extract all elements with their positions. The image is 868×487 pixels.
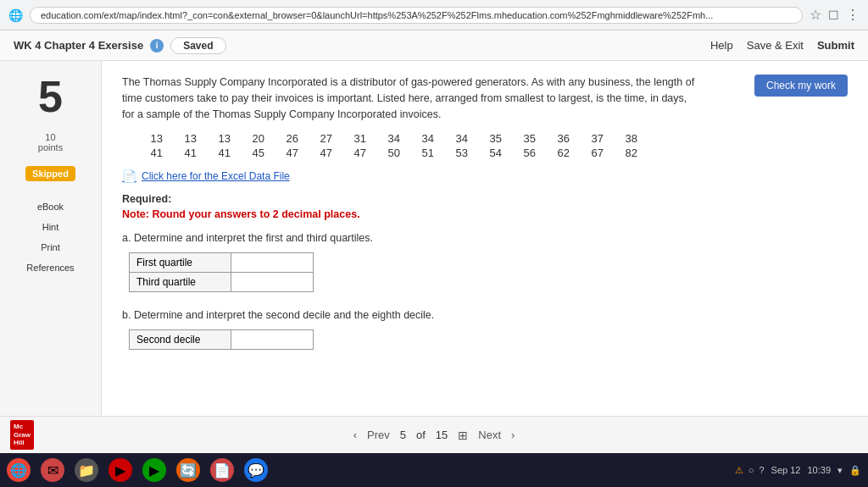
tab-icon[interactable]: ☐ [828, 8, 839, 22]
top-nav-left: WK 4 Chapter 4 Exersise i Saved [14, 37, 226, 54]
data-cell: 31 [346, 132, 366, 145]
third-quartile-input-cell[interactable] [231, 273, 314, 292]
wifi-icon: ▾ [837, 465, 843, 476]
main-area: 5 10 points Skipped eBook Hint Print Ref… [0, 61, 868, 416]
taskbar-play-icon[interactable]: ▶ [142, 458, 166, 482]
taskbar-chat-icon[interactable]: 💬 [244, 458, 268, 482]
points-info: 10 points [38, 132, 63, 152]
taskbar-left: 🌐 ✉ 📁 ▶ ▶ 🔄 📄 💬 [7, 458, 268, 482]
data-cell: 53 [448, 147, 468, 159]
second-decile-input[interactable] [238, 334, 306, 346]
hint-link[interactable]: Hint [42, 222, 59, 232]
saved-badge: Saved [170, 37, 225, 54]
question-number: 5 [38, 75, 63, 119]
data-cell: 13 [176, 132, 197, 145]
url-bar[interactable]: education.com/ext/map/index.html?_con=co… [30, 7, 803, 24]
taskbar-office-icon[interactable]: 📄 [210, 458, 234, 482]
logo-line2: Graw [14, 431, 31, 440]
data-cell: 82 [617, 147, 637, 159]
data-cell: 34 [448, 132, 468, 145]
page-title: WK 4 Chapter 4 Exersise [14, 39, 143, 52]
taskbar-right: ⚠ ○ ? Sep 12 10:39 ▾ 🔒 [735, 465, 861, 476]
check-my-work-button[interactable]: Check my work [754, 75, 848, 97]
third-quartile-label: Third quartile [130, 273, 231, 292]
browser-bar: 🌐 education.com/ext/map/index.html?_con=… [0, 0, 868, 30]
data-cell: 37 [583, 132, 604, 145]
decile-input-table: Second decile [129, 329, 314, 350]
star-icon[interactable]: ☆ [810, 7, 821, 23]
data-cell: 27 [312, 132, 332, 145]
part-b-section: b. Determine and interpret the second de… [122, 309, 848, 350]
references-link[interactable]: References [26, 263, 74, 273]
ebook-link[interactable]: eBook [37, 202, 64, 212]
data-cell: 54 [481, 147, 502, 159]
excel-link-text: Click here for the Excel Data File [142, 170, 290, 182]
left-sidebar: 5 10 points Skipped eBook Hint Print Ref… [0, 61, 102, 416]
taskbar-date: Sep 12 [771, 465, 801, 475]
data-cell: 47 [346, 147, 366, 159]
first-quartile-input-cell[interactable] [231, 253, 314, 273]
excel-icon: 📄 [122, 169, 136, 183]
pagination-nav: ‹ Prev 5 of 15 ⊞ Next › [353, 429, 515, 442]
help-link[interactable]: Help [710, 39, 733, 52]
grid-icon[interactable]: ⊞ [458, 429, 468, 442]
data-cell: 13 [142, 132, 163, 145]
browser-favicon: 🌐 [8, 8, 23, 22]
second-decile-input-cell[interactable] [231, 330, 314, 350]
data-cell: 45 [244, 147, 264, 159]
data-cell: 50 [380, 147, 400, 159]
page-total: 15 [436, 429, 448, 441]
data-cell: 13 [210, 132, 231, 145]
info-icon[interactable]: i [150, 39, 164, 53]
second-decile-row: Second decile [130, 330, 314, 350]
taskbar-time: 10:39 [807, 465, 831, 475]
data-cell: 26 [278, 132, 298, 145]
prev-button[interactable]: Prev [367, 429, 390, 441]
data-cell: 35 [481, 132, 502, 145]
data-cell: 38 [617, 132, 637, 145]
data-cell: 67 [583, 147, 604, 159]
data-cell: 36 [549, 132, 570, 145]
taskbar-chrome-icon[interactable]: 🌐 [7, 458, 31, 482]
question-text: The Thomas Supply Company Incorporated i… [122, 75, 698, 122]
first-quartile-row: First quartile [130, 253, 314, 273]
data-cell: 47 [312, 147, 332, 159]
excel-link[interactable]: 📄 Click here for the Excel Data File [122, 169, 848, 183]
data-cell: 20 [244, 132, 264, 145]
prev-arrow[interactable]: ‹ [353, 429, 357, 441]
top-nav-right: Help Save & Exit Submit [710, 39, 854, 52]
note-text: Note: Round your answers to 2 decimal pl… [122, 208, 848, 220]
part-b-label: b. Determine and interpret the second de… [122, 309, 848, 321]
taskbar-youtube-icon[interactable]: ▶ [108, 458, 132, 482]
next-button[interactable]: Next [478, 429, 501, 441]
print-link[interactable]: Print [41, 242, 60, 252]
submit-button[interactable]: Submit [817, 39, 854, 52]
more-icon[interactable]: ⋮ [846, 7, 860, 23]
content-area: The Thomas Supply Company Incorporated i… [102, 61, 868, 416]
points-label: points [38, 142, 63, 152]
third-quartile-input[interactable] [238, 276, 306, 288]
data-numbers: 13 13 13 20 26 27 31 34 34 34 35 35 36 3… [142, 132, 848, 159]
save-exit-button[interactable]: Save & Exit [747, 39, 804, 52]
taskbar-files-icon[interactable]: 📁 [75, 458, 98, 482]
data-cell: 35 [515, 132, 536, 145]
logo-line1: Mc [14, 423, 31, 431]
circle-icon: ○ [748, 465, 754, 475]
first-quartile-input[interactable] [238, 257, 306, 268]
data-cell: 62 [549, 147, 570, 159]
data-cell: 41 [142, 147, 163, 159]
taskbar-timer-icon[interactable]: 🔄 [176, 458, 200, 482]
next-arrow[interactable]: › [511, 429, 515, 441]
top-nav: WK 4 Chapter 4 Exersise i Saved Help Sav… [0, 30, 868, 61]
taskbar: 🌐 ✉ 📁 ▶ ▶ 🔄 📄 💬 ⚠ ○ ? Sep 12 10:39 ▾ 🔒 [0, 453, 868, 487]
question-icon: ? [759, 465, 764, 475]
points-value: 10 [45, 132, 55, 142]
warning-icon: ⚠ [735, 465, 743, 476]
lock-icon: 🔒 [849, 465, 861, 476]
taskbar-gmail-icon[interactable]: ✉ [41, 458, 64, 482]
page-separator: of [416, 429, 426, 441]
sidebar-links: eBook Hint Print References [26, 202, 74, 273]
quartile-input-table: First quartile Third quartile [129, 252, 314, 292]
data-cell: 51 [414, 147, 434, 159]
data-cell: 56 [515, 147, 536, 159]
